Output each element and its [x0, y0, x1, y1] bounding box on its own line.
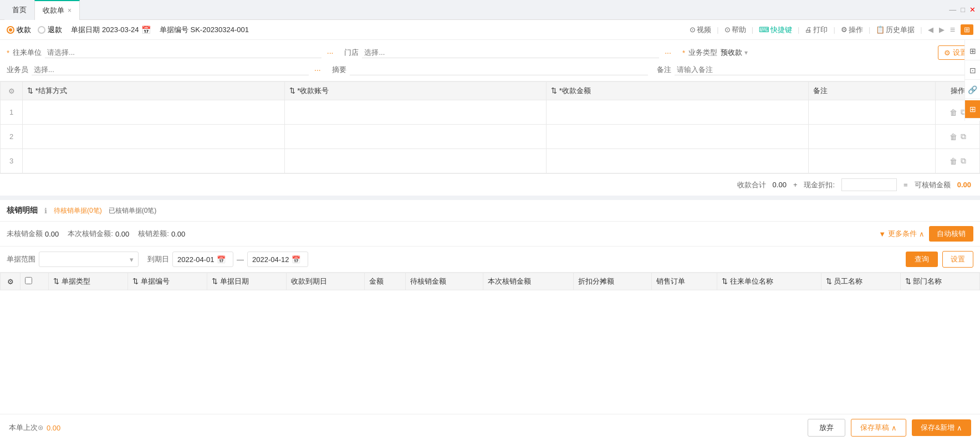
row-2-amount[interactable]	[547, 125, 809, 149]
discount-label: 现金折扣:	[804, 180, 835, 190]
row-2-account[interactable]	[284, 125, 547, 149]
history-btn[interactable]: 📋 历史单据	[876, 25, 915, 35]
partner-required: *	[7, 49, 9, 57]
form-row-1: * 往来单位 ··· 门店 ··· * 业务类型 预收款 ▾ ⚙	[7, 45, 973, 60]
row-1-account[interactable]	[284, 100, 547, 125]
pending-tab[interactable]: 待核销单据(0笔)	[54, 206, 102, 216]
staff-input[interactable]	[32, 64, 309, 75]
carry-over-label: 本单上次⊙	[9, 423, 43, 433]
more-filter-btn[interactable]: ▼ 更多条件 ∧	[879, 229, 925, 239]
save-new-button[interactable]: 保存&新增 ∧	[912, 419, 971, 436]
tab-close-icon[interactable]: ×	[68, 7, 72, 14]
shortcut-btn[interactable]: ⌨ 快捷键	[759, 25, 792, 35]
discount-input[interactable]	[841, 178, 897, 191]
th-dept-name: ⇅ 部门名称	[900, 273, 979, 290]
list-view-btn[interactable]: ≡	[950, 25, 955, 35]
unverified-label: 未核销金额	[7, 229, 43, 239]
partner-input[interactable]	[45, 47, 321, 58]
maximize-btn[interactable]: □	[961, 6, 965, 14]
close-btn[interactable]: ✕	[969, 6, 976, 14]
radio-collect[interactable]: 收款	[7, 25, 31, 35]
operation-btn[interactable]: ⚙ 操作	[841, 25, 863, 35]
staff-sort[interactable]: ⇅	[826, 277, 832, 285]
settlement-sort[interactable]: ⇅	[27, 86, 33, 95]
prev-btn[interactable]: ◀	[928, 25, 933, 34]
table-gear-2-icon[interactable]: ⚙	[7, 278, 14, 286]
query-btn[interactable]: 查询	[906, 252, 938, 267]
print-btn[interactable]: 🖨 打印	[805, 25, 828, 35]
th-amount: 金额	[365, 273, 406, 290]
summary-row: 收款合计 0.00 + 现金折扣: = 可核销金额 0.00	[0, 173, 980, 196]
form-section: * 往来单位 ··· 门店 ··· * 业务类型 预收款 ▾ ⚙	[0, 40, 980, 81]
row-2-settlement[interactable]	[23, 125, 285, 149]
row-2-delete-icon[interactable]: 🗑	[950, 132, 957, 141]
writeoff-header: 核销明细 ℹ 待核销单据(0笔) 已核销单据(0笔)	[0, 200, 980, 222]
row-3-delete-icon[interactable]: 🗑	[950, 157, 957, 166]
th-gear[interactable]: ⚙	[1, 82, 23, 100]
next-btn[interactable]: ▶	[939, 25, 945, 34]
partner-sort[interactable]: ⇅	[722, 277, 728, 285]
save-draft-button[interactable]: 保存草稿 ∧	[851, 419, 906, 437]
doc-type-sort[interactable]: ⇅	[53, 277, 59, 285]
auto-writeoff-btn[interactable]: 自动核销	[929, 226, 973, 242]
date-from-input[interactable]: 2022-04-01 📅	[172, 252, 233, 267]
table-gear-icon[interactable]: ⚙	[8, 87, 15, 95]
row-3-settlement[interactable]	[23, 149, 285, 173]
partner-label: 往来单位	[13, 48, 42, 58]
remark-field: 备注	[657, 64, 973, 75]
table-row: 3 🗑 ⧉	[1, 149, 980, 173]
row-1-settlement[interactable]	[23, 100, 285, 125]
store-field: 门店 ···	[344, 47, 673, 58]
row-2-copy-icon[interactable]: ⧉	[961, 132, 966, 141]
tab-current[interactable]: 收款单 ×	[34, 0, 80, 20]
row-3-amount[interactable]	[547, 149, 809, 173]
minimize-btn[interactable]: —	[949, 6, 956, 14]
select-all-checkbox[interactable]	[25, 277, 32, 284]
store-more-btn[interactable]: ···	[662, 48, 673, 57]
biz-type-label: 业务类型	[688, 48, 717, 58]
row-2-remark[interactable]	[808, 125, 935, 149]
account-sort[interactable]: ⇅	[289, 86, 295, 95]
abandon-button[interactable]: 放弃	[808, 419, 845, 437]
video-btn[interactable]: ⊙ 视频	[690, 25, 711, 35]
net-value: 0.00	[957, 181, 971, 189]
sidebar-icon-3[interactable]: 🔗	[965, 81, 980, 99]
writeoff-info-icon[interactable]: ℹ	[44, 207, 47, 215]
writeoff-section: 核销明细 ℹ 待核销单据(0笔) 已核销单据(0笔) 未核销金额 0.00 本次…	[0, 200, 980, 414]
th-doc-no: ⇅ 单据编号	[128, 273, 207, 290]
staff-more-btn[interactable]: ···	[312, 65, 323, 74]
row-3-account[interactable]	[284, 149, 547, 173]
th-partner-name: ⇅ 往来单位名称	[717, 273, 821, 290]
th-remark: 备注	[808, 82, 935, 100]
summary-input[interactable]	[350, 64, 649, 75]
doc-no-sort[interactable]: ⇅	[132, 277, 139, 285]
row-3-copy-icon[interactable]: ⧉	[961, 156, 966, 166]
row-3-remark[interactable]	[808, 149, 935, 173]
dept-sort[interactable]: ⇅	[905, 277, 911, 285]
grid-view-btn[interactable]: ⊞	[961, 24, 973, 35]
carry-over: 本单上次⊙ 0.00	[9, 423, 60, 433]
filter-settings-btn[interactable]: 设置	[942, 251, 973, 268]
date-to-input[interactable]: 2022-04-12 📅	[247, 252, 308, 267]
remark-label: 备注	[657, 65, 671, 75]
row-1-remark[interactable]	[808, 100, 935, 125]
sidebar-icon-2[interactable]: ⊡	[965, 61, 980, 80]
row-1-amount[interactable]	[547, 100, 809, 125]
biz-type-select[interactable]: 预收款 ▾	[721, 48, 787, 58]
unverified-value: 0.00	[45, 230, 59, 238]
partner-more-btn[interactable]: ···	[325, 48, 336, 57]
store-input[interactable]	[362, 47, 659, 58]
help-btn[interactable]: ⊙ 帮助	[724, 25, 746, 35]
sidebar-icon-1[interactable]: ⊞	[965, 42, 980, 60]
radio-refund[interactable]: 退款	[38, 25, 62, 35]
range-select[interactable]: ▾	[39, 252, 139, 267]
done-tab[interactable]: 已核销单据(0笔)	[109, 206, 157, 216]
tab-home[interactable]: 首页	[4, 0, 34, 20]
calendar-icon[interactable]: 📅	[141, 25, 151, 34]
this-time-stat: 本次核销金额: 0.00	[68, 229, 129, 239]
row-1-delete-icon[interactable]: 🗑	[950, 108, 957, 117]
amount-sort[interactable]: ⇅	[551, 86, 557, 95]
sidebar-icon-4[interactable]: ⊞	[965, 100, 980, 119]
remark-input[interactable]	[675, 64, 973, 75]
doc-date-sort[interactable]: ⇅	[212, 277, 218, 285]
